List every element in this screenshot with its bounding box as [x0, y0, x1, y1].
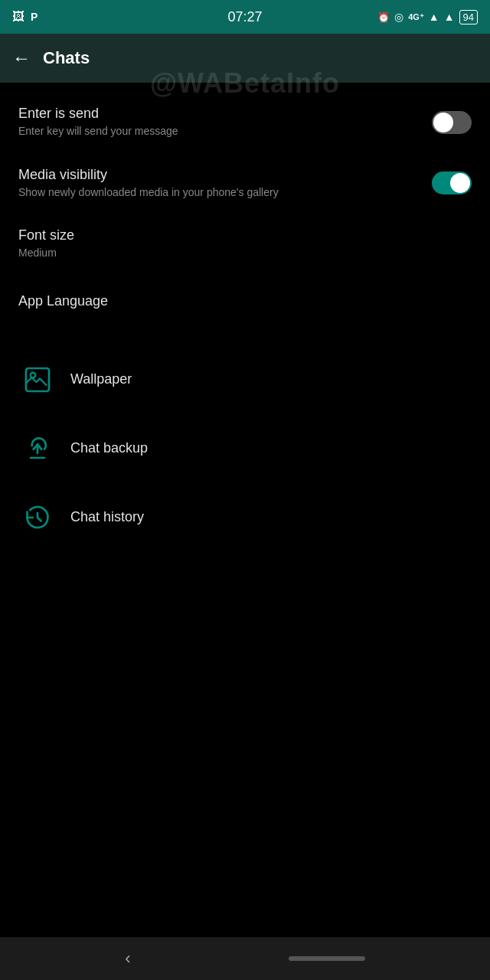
- settings-item-media-visibility[interactable]: Media visibility Show newly downloaded m…: [0, 153, 490, 214]
- chat-backup-title: Chat backup: [70, 440, 148, 456]
- signal-icon: ▲: [429, 11, 439, 23]
- settings-item-chat-history[interactable]: Chat history: [0, 483, 490, 552]
- font-size-text: Font size Medium: [18, 227, 472, 261]
- toolbar: ← Chats: [0, 34, 490, 83]
- nav-back-button[interactable]: ‹: [125, 949, 130, 969]
- wallpaper-icon-container: [18, 361, 57, 399]
- enter-is-send-subtitle: Enter key will send your message: [18, 124, 432, 139]
- settings-list: Enter is send Enter key will send your m…: [0, 83, 490, 561]
- enter-is-send-toggle[interactable]: [432, 111, 472, 134]
- media-visibility-text: Media visibility Show newly downloaded m…: [18, 167, 432, 201]
- section-divider: [0, 330, 490, 345]
- settings-item-app-language[interactable]: App Language: [0, 275, 490, 330]
- font-size-subtitle: Medium: [18, 246, 472, 261]
- app-language-title: App Language: [18, 293, 472, 309]
- toggle-knob: [433, 113, 453, 132]
- status-time: 07:27: [227, 9, 262, 25]
- p-icon: P: [31, 11, 38, 23]
- backup-icon-container: [18, 430, 57, 468]
- font-size-title: Font size: [18, 227, 472, 243]
- toggle-knob-2: [450, 173, 470, 193]
- settings-item-chat-backup[interactable]: Chat backup: [0, 414, 490, 483]
- media-visibility-title: Media visibility: [18, 167, 432, 183]
- backup-icon: [24, 435, 51, 462]
- network-icon: 4G⁺: [408, 12, 424, 22]
- media-visibility-toggle[interactable]: [432, 172, 472, 194]
- settings-item-enter-is-send[interactable]: Enter is send Enter key will send your m…: [0, 92, 490, 153]
- status-bar-left: 🖼 P: [12, 10, 38, 24]
- status-bar-right: ⏰ ◎ 4G⁺ ▲ ▲ 94: [377, 10, 478, 24]
- history-icon: [24, 504, 51, 531]
- wallpaper-title: Wallpaper: [70, 371, 132, 387]
- back-button[interactable]: ←: [12, 47, 31, 69]
- enter-is-send-title: Enter is send: [18, 106, 432, 122]
- gallery-icon: 🖼: [12, 10, 24, 24]
- settings-item-font-size[interactable]: Font size Medium: [0, 214, 490, 275]
- status-bar: 🖼 P 07:27 ⏰ ◎ 4G⁺ ▲ ▲ 94: [0, 0, 490, 34]
- wallpaper-icon: [24, 366, 51, 394]
- nav-pill: [289, 956, 365, 961]
- alarm-icon: ⏰: [377, 11, 390, 23]
- settings-item-wallpaper[interactable]: Wallpaper: [0, 345, 490, 414]
- media-visibility-subtitle: Show newly downloaded media in your phon…: [18, 185, 432, 201]
- app-language-text: App Language: [18, 293, 472, 312]
- battery-indicator: 94: [459, 10, 478, 24]
- signal2-icon: ▲: [444, 11, 455, 23]
- page-title: Chats: [43, 48, 90, 68]
- chat-history-title: Chat history: [70, 509, 144, 525]
- wifi-icon: ◎: [394, 11, 403, 23]
- nav-bar: ‹: [0, 937, 490, 980]
- history-icon-container: [18, 498, 57, 537]
- enter-is-send-text: Enter is send Enter key will send your m…: [18, 106, 432, 139]
